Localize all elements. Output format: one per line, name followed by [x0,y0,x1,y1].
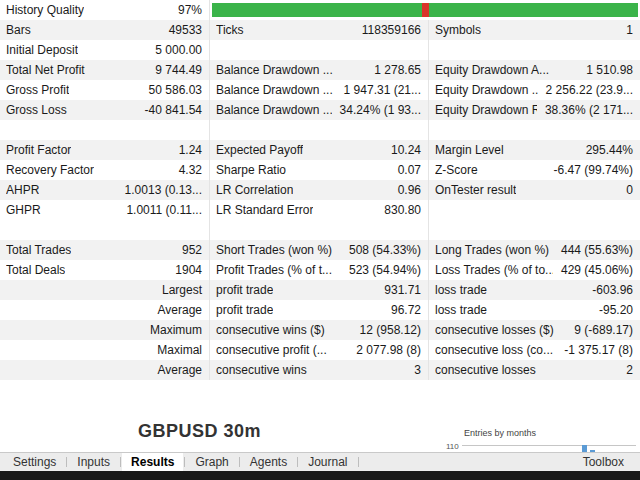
stat-label: consecutive wins ($) [216,320,325,340]
stat-value: 2 077.98 (8) [356,340,421,360]
stat-value: -95.20 [599,300,633,320]
tab-separator [184,457,185,467]
stat-value: 38.36% (2 171... [545,100,633,120]
stat-value: Average [158,360,202,380]
stat-value: 0.96 [398,180,421,200]
tab-separator [66,457,67,467]
stats-row: Profit Factor1.24Expected Payoff10.24Mar… [0,140,640,160]
stat-value: 0.07 [398,160,421,180]
stat-value: 9 744.49 [155,60,202,80]
tab-inputs[interactable]: Inputs [68,453,119,471]
stat-value: 50 586.03 [149,80,202,100]
stat-cell: profit trade931.71 [210,280,429,300]
stat-value: -603.96 [592,280,633,300]
chart-title: Entries by months [464,428,638,439]
stat-cell: Largest [0,280,210,300]
stat-label: Loss Trades (% of to... [435,260,553,280]
stat-label: Gross Loss [6,100,67,120]
tab-graph[interactable]: Graph [186,453,237,471]
stat-cell: consecutive profit (...2 077.98 (8) [210,340,429,360]
stat-label: Profit Trades (% of t... [216,260,332,280]
stat-value: 10.24 [391,140,421,160]
stat-label: Ticks [216,20,244,40]
stat-label: Balance Drawdown ... [216,80,333,100]
stats-row: Total Deals1904Profit Trades (% of t...5… [0,260,640,280]
stat-value: 1 947.31 (21... [344,80,421,100]
stat-value: 1 510.98 [586,60,633,80]
stat-cell: Gross Profit50 586.03 [0,80,210,100]
stat-cell [210,220,429,240]
stats-row: Maximumconsecutive wins ($)12 (958.12)co… [0,320,640,340]
stat-cell: Initial Deposit5 000.00 [0,40,210,60]
stat-cell: Sharpe Ratio0.07 [210,160,429,180]
bottom-tab-bar: SettingsInputsResultsGraphAgentsJournal … [0,452,640,471]
tab-journal[interactable]: Journal [299,453,356,471]
stat-value: -1 375.17 (8) [564,340,633,360]
stat-cell: profit trade96.72 [210,300,429,320]
stat-label: consecutive losses [435,360,536,380]
stats-row: Averageconsecutive wins3consecutive loss… [0,360,640,380]
stats-row: GHPR1.0011 (0.11...LR Standard Error830.… [0,200,640,220]
symbol-timeframe-watermark: GBPUSD 30m [138,421,261,442]
stats-row: History Quality97% [0,0,640,20]
stat-cell [0,220,210,240]
tab-agents[interactable]: Agents [241,453,296,471]
stat-label: Expected Payoff [216,140,303,160]
stat-value: 9 (-689.17) [574,320,633,340]
stat-cell: Ticks118359166 [210,20,429,40]
stat-label: Equity Drawdown ... [435,80,538,100]
stat-value: Average [158,300,202,320]
stats-row: Initial Deposit5 000.00 [0,40,640,60]
stat-value: 4.32 [179,160,202,180]
progress-red-segment [422,3,429,17]
stat-value: 508 (54.33%) [349,240,421,260]
history-quality-progress-bar [210,0,640,20]
stat-label: Z-Score [435,160,478,180]
stat-value: 2 256.22 (23.9... [546,80,633,100]
tab-separator [358,457,359,467]
stats-table: History Quality97%Bars49533Ticks11835916… [0,0,640,380]
stat-value: 830.80 [384,200,421,220]
stat-label: consecutive wins [216,360,307,380]
stat-cell: Equity Drawdown A...1 510.98 [429,60,640,80]
stat-label: LR Correlation [216,180,293,200]
tab-results[interactable]: Results [122,453,183,471]
stat-label: History Quality [6,0,84,20]
stat-cell: Maximal [0,340,210,360]
stat-value: 1 [626,20,633,40]
tabs: SettingsInputsResultsGraphAgentsJournal [0,453,360,471]
stat-cell: Equity Drawdown ...2 256.22 (23.9... [429,80,640,100]
stat-cell: History Quality97% [0,0,210,20]
tab-settings[interactable]: Settings [4,453,65,471]
stat-value: Maximum [150,320,202,340]
toolbox-label[interactable]: Toolbox [583,453,640,471]
stat-label: GHPR [6,200,41,220]
stats-row: Averageprofit trade96.72loss trade-95.20 [0,300,640,320]
stat-cell: Profit Trades (% of t...523 (54.94%) [210,260,429,280]
stat-label: Equity Drawdown R... [435,100,537,120]
stat-label: Equity Drawdown A... [435,60,549,80]
stat-value: 1 278.65 [374,60,421,80]
stat-value: 49533 [169,20,202,40]
stat-cell: Symbols1 [429,20,640,40]
stat-cell: Balance Drawdown ...1 278.65 [210,60,429,80]
stat-cell [429,220,640,240]
stat-cell: OnTester result0 [429,180,640,200]
stat-value: 1.24 [179,140,202,160]
stats-row: AHPR1.0013 (0.13...LR Correlation0.96OnT… [0,180,640,200]
stat-cell [429,120,640,140]
stat-label: LR Standard Error [216,200,313,220]
stat-label: Short Trades (won %) [216,240,332,260]
stat-cell [210,120,429,140]
stats-row [0,120,640,140]
tab-separator [239,457,240,467]
progress-green-fill [212,3,638,17]
stat-cell: Long Trades (won %)444 (55.63%) [429,240,640,260]
stat-label: Initial Deposit [6,40,78,60]
stat-cell: consecutive wins3 [210,360,429,380]
stat-cell: Margin Level295.44% [429,140,640,160]
stat-label: profit trade [216,300,273,320]
stat-value: 12 (958.12) [360,320,421,340]
stat-value: 118359166 [362,20,421,40]
stats-row: Gross Profit50 586.03Balance Drawdown ..… [0,80,640,100]
